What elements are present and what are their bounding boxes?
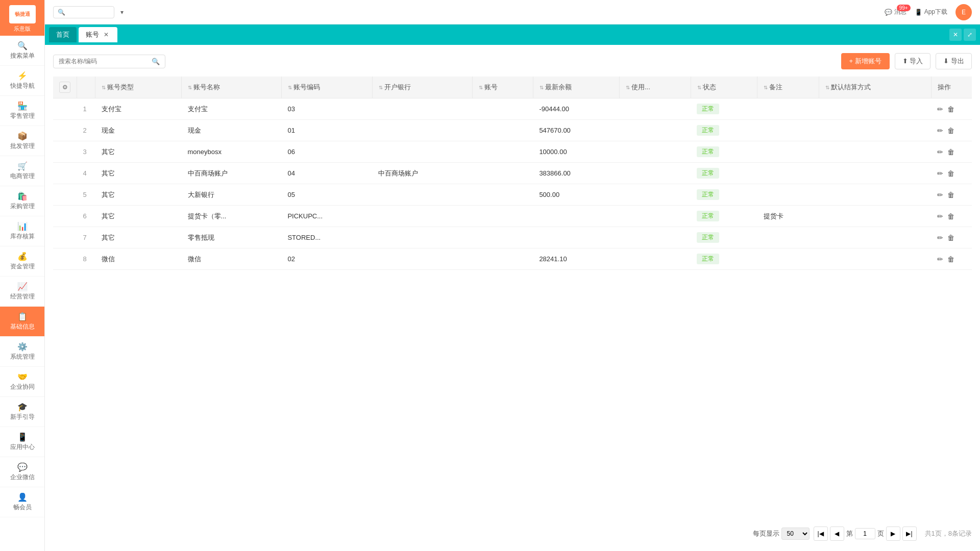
sidebar-item-inventory[interactable]: 📊库存核算 [0,216,44,246]
home-tab-label: 首页 [56,30,69,39]
sidebar-item-operations[interactable]: 📈经营管理 [0,277,44,307]
inventory-icon: 📊 [17,221,28,231]
status-badge: 正常 [697,232,719,243]
toolbar-right: + 新增账号 ⬆ 导入 ⬇ 导出 [841,53,972,69]
next-page-button[interactable]: ▶ [886,527,900,541]
table-row: 4 其它 中百商场账户 04 中百商场账户 383866.00 正常 ✏ 🗑 [53,163,972,184]
topbar-arrow[interactable]: ▾ [120,9,124,16]
edit-button[interactable]: ✏ [937,148,943,156]
edit-button[interactable]: ✏ [937,127,943,135]
sidebar-item-wechat[interactable]: 💬企业微信 [0,457,44,487]
delete-button[interactable]: 🗑 [947,169,954,178]
edit-button[interactable]: ✏ [937,255,943,263]
sidebar-label-finance: 资金管理 [10,262,35,271]
sidebar-item-basic[interactable]: 📋基础信息 [0,307,44,337]
sidebar-label-agreement: 企业协同 [10,383,35,391]
sidebar-label-appstore: 应用中心 [10,443,35,452]
delete-button[interactable]: 🗑 [947,105,954,113]
sidebar-item-quicknav[interactable]: ⚡快捷导航 [0,66,44,96]
last-page-button[interactable]: ▶| [902,527,917,541]
edit-button[interactable]: ✏ [937,169,943,178]
message-button[interactable]: 💬 消息 99+ [885,8,906,16]
col-type: ⇅账号类型 [102,83,175,92]
table-row: 6 其它 提货卡（零... PICKUPC... 正常 提货卡 ✏ 🗑 [53,206,972,227]
tab-close-icon[interactable]: ✕ [102,31,110,39]
sidebar-label-search: 搜索菜单 [10,52,35,60]
delete-button[interactable]: 🗑 [947,127,954,135]
import-button[interactable]: ⬆ 导入 [895,53,931,69]
prev-page-button[interactable]: ◀ [830,527,844,541]
table-wrap: ⚙ ⇅账号类型 ⇅账号名称 ⇅账号编码 ⇅开户银行 ⇅账号 ⇅最新余额 ⇅使用.… [53,77,972,520]
main-area: 🔍 ▾ 💬 消息 99+ 📱 App下载 E 首页 账号 ✕ [45,0,980,551]
page-number-input[interactable] [855,528,875,539]
page-nav: |◀ ◀ 第 页 ▶ ▶| [814,527,917,541]
sidebar-nav: 🔍搜索菜单⚡快捷导航🏪零售管理📦批发管理🛒电商管理🛍️采购管理📊库存核算💰资金管… [0,36,44,551]
sidebar-label-inventory: 库存核算 [10,232,35,241]
quicknav-icon: ⚡ [17,71,28,81]
sidebar-item-search[interactable]: 🔍搜索菜单 [0,36,44,66]
sidebar-label-quicknav: 快捷导航 [10,82,35,90]
first-page-button[interactable]: |◀ [814,527,828,541]
search-input[interactable] [59,58,149,65]
edit-button[interactable]: ✏ [937,191,943,199]
sidebar-item-retail[interactable]: 🏪零售管理 [0,96,44,126]
edit-button[interactable]: ✏ [937,105,943,113]
tab-home[interactable]: 首页 [49,27,77,42]
sidebar-item-guide[interactable]: 🎓新手引导 [0,397,44,427]
delete-button[interactable]: 🗑 [947,255,954,263]
col-code: ⇅账号编码 [288,83,366,92]
wechat-icon: 💬 [17,462,28,472]
table-row: 2 现金 现金 01 547670.00 正常 ✏ 🗑 [53,120,972,141]
sidebar-item-wholesale[interactable]: 📦批发管理 [0,126,44,156]
sidebar-item-member[interactable]: 👤畅会员 [0,487,44,517]
tab-close-all-button[interactable]: ✕ [949,29,962,41]
tabbar-actions: ✕ ⤢ [949,29,976,41]
search-wrap[interactable]: 🔍 [53,55,165,68]
add-account-button[interactable]: + 新增账号 [841,53,890,69]
wholesale-icon: 📦 [17,131,28,141]
col-usage: ⇅使用... [626,83,684,92]
message-icon: 💬 [885,9,892,16]
app-download-button[interactable]: 📱 App下载 [915,8,947,16]
edit-button[interactable]: ✏ [937,234,943,242]
delete-button[interactable]: 🗑 [947,234,954,242]
table-row: 1 支付宝 支付宝 03 -90444.00 正常 ✏ 🗑 [53,98,972,120]
ecommerce-icon: 🛒 [17,161,28,171]
status-badge: 正常 [697,189,719,200]
topbar-right: 💬 消息 99+ 📱 App下载 E [885,4,972,20]
topbar-search[interactable]: 🔍 [53,6,114,18]
sidebar-item-purchase[interactable]: 🛍️采购管理 [0,186,44,216]
message-badge: 99+ [897,5,911,11]
sidebar-item-finance[interactable]: 💰资金管理 [0,246,44,277]
page-suffix: 页 [877,529,884,538]
user-avatar[interactable]: E [955,4,972,20]
status-badge: 正常 [697,146,719,157]
col-bank: ⇅开户银行 [379,83,466,92]
phone-icon: 📱 [915,9,922,16]
column-settings-icon[interactable]: ⚙ [59,82,70,93]
edit-button[interactable]: ✏ [937,212,943,220]
delete-button[interactable]: 🗑 [947,212,954,220]
sidebar-label-retail: 零售管理 [10,112,35,120]
search-submit-icon[interactable]: 🔍 [152,58,160,65]
sidebar-label-member: 畅会员 [13,503,32,512]
delete-button[interactable]: 🗑 [947,148,954,156]
sidebar-item-system[interactable]: ⚙️系统管理 [0,337,44,367]
sidebar-item-appstore[interactable]: 📱应用中心 [0,427,44,457]
page-size-wrap: 每页显示 50 20 100 [753,528,810,540]
export-button[interactable]: ⬇ 导出 [936,53,972,69]
page-size-label: 每页显示 [753,529,779,538]
operations-icon: 📈 [17,282,28,291]
tab-expand-button[interactable]: ⤢ [964,29,976,41]
sidebar-label-basic: 基础信息 [10,322,35,331]
status-badge: 正常 [697,168,719,179]
delete-button[interactable]: 🗑 [947,191,954,199]
retail-icon: 🏪 [17,101,28,111]
tab-account[interactable]: 账号 ✕ [79,27,117,42]
sidebar-item-ecommerce[interactable]: 🛒电商管理 [0,156,44,186]
col-account: ⇅账号 [479,83,527,92]
page-size-select[interactable]: 50 20 100 [781,528,810,540]
sidebar-label-ecommerce: 电商管理 [10,172,35,181]
sidebar-item-agreement[interactable]: 🤝企业协同 [0,367,44,397]
app-download-label: App下载 [924,8,947,16]
